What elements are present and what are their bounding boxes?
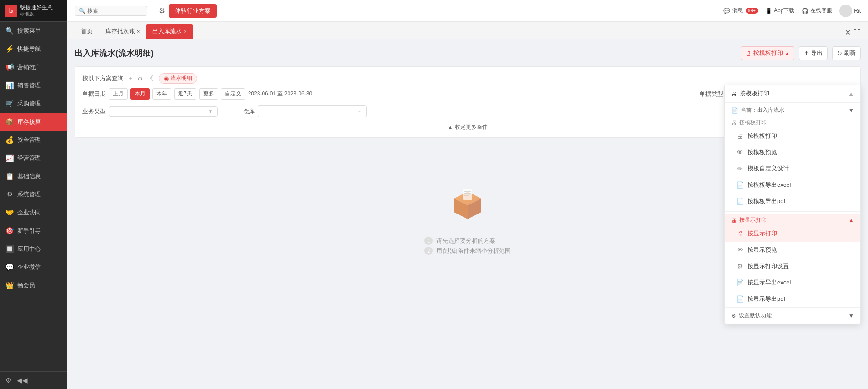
template-print-item[interactable]: 🖨 按模板打印 xyxy=(725,128,860,144)
warehouse-label: 仓库 xyxy=(243,107,255,115)
more-icon: ··· xyxy=(357,108,362,115)
design-icon: ✏ xyxy=(736,165,744,172)
biz-type-field: 业务类型 ▼ xyxy=(82,106,218,117)
app-name: 畅捷通好生意 xyxy=(20,4,53,11)
filter-add-icon[interactable]: ＋ xyxy=(127,75,134,83)
grid-icon: 🔲 xyxy=(5,245,14,253)
topbar-settings-icon[interactable]: ⚙ xyxy=(159,6,165,15)
sidebar-item-basic-info[interactable]: 📋 基础信息 xyxy=(0,167,67,185)
date-custom[interactable]: 自定义 xyxy=(221,88,245,100)
trial-btn[interactable]: 体验行业方案 xyxy=(169,4,217,18)
sidebar-item-wecom[interactable]: 💬 企业微信 xyxy=(0,258,67,276)
tab-close-inout-flow[interactable]: × xyxy=(184,29,186,34)
app-download-item[interactable]: 📱 App下载 xyxy=(765,7,794,15)
sidebar-item-collab[interactable]: 🤝 企业协同 xyxy=(0,204,67,222)
page-header: 出入库流水(流水明细) 🖨 按模板打印 ▲ ⬆ 导出 ↻ 刷新 xyxy=(75,46,861,60)
print-template-btn[interactable]: 🖨 按模板打印 ▲ xyxy=(741,46,794,60)
page-title: 出入库流水(流水明细) xyxy=(75,48,154,59)
display-export-excel-item[interactable]: 📄 按显示导出excel xyxy=(725,274,860,291)
sidebar-item-purchase[interactable]: 🛒 采购管理 xyxy=(0,95,67,113)
date-last-month[interactable]: 上月 xyxy=(109,88,128,100)
biz-type-dropdown[interactable]: ▼ xyxy=(109,106,218,117)
chevron-up-icon-2: ▲ xyxy=(448,124,453,130)
headset-icon: 🎧 xyxy=(802,8,808,14)
date-filter-buttons: 上月 本月 本年 近7天 更多 自定义 xyxy=(109,88,245,100)
doc-type-label: 单据类型 xyxy=(699,90,723,98)
warehouse-dropdown[interactable]: ··· xyxy=(258,105,367,117)
settings-bottom-icon[interactable]: ⚙ xyxy=(5,376,11,384)
avatar xyxy=(839,5,852,17)
close-tab-icon[interactable]: ✕ xyxy=(845,28,851,37)
tab-inventory-batch[interactable]: 库存批次账 × xyxy=(99,24,146,39)
date-this-month[interactable]: 本月 xyxy=(130,88,150,100)
sidebar: b 畅捷通好生意 标准版 🔍 搜索菜单 ⚡ 快捷导航 📢 营销推广 📊 销售管理… xyxy=(0,0,67,389)
sidebar-item-search[interactable]: 🔍 搜索菜单 xyxy=(0,22,67,40)
filter-settings-icon[interactable]: ⚙ xyxy=(137,75,143,82)
dropdown-header-chevron[interactable]: ▲ xyxy=(848,90,854,97)
empty-steps: 1 请先选择要分析的方案 2 用[过滤]条件来缩小分析范围 xyxy=(424,235,510,257)
sidebar-item-marketing[interactable]: 📢 营销推广 xyxy=(0,58,67,76)
flash-icon: ⚡ xyxy=(5,45,14,53)
sidebar-item-finance[interactable]: 💰 资金管理 xyxy=(0,131,67,149)
filter-collapse-icon[interactable]: 《 xyxy=(147,75,153,83)
date-more[interactable]: 更多 xyxy=(199,88,218,100)
megaphone-icon: 📢 xyxy=(5,63,14,71)
template-chevron-icon[interactable]: ▼ xyxy=(848,107,854,114)
tab-home[interactable]: 首页 xyxy=(75,24,99,39)
display-excel-icon: 📄 xyxy=(736,279,744,286)
sidebar-item-operation[interactable]: 📈 经营管理 xyxy=(0,149,67,167)
sidebar-item-app-center[interactable]: 🔲 应用中心 xyxy=(0,240,67,258)
excel-icon: 📄 xyxy=(736,181,744,189)
search-input[interactable] xyxy=(87,8,143,14)
empty-icon xyxy=(445,180,490,226)
expand-tab-icon[interactable]: ⛶ xyxy=(853,29,861,37)
message-item[interactable]: 💬 消息 99+ xyxy=(723,7,758,15)
dropdown-footer[interactable]: ⚙ 设置默认功能 ▼ xyxy=(725,307,860,324)
date-last-7[interactable]: 近7天 xyxy=(174,88,196,100)
user-profile[interactable]: Rit xyxy=(839,5,861,17)
printer-icon: 🖨 xyxy=(746,50,752,57)
online-service-item[interactable]: 🎧 在线客服 xyxy=(802,7,832,15)
display-print-icon: 🖨 xyxy=(736,230,744,237)
section-template-label: 🖨 按模板打印 xyxy=(725,116,860,128)
sidebar-item-sales[interactable]: 📊 销售管理 xyxy=(0,76,67,95)
current-template: 📄 当前：出入库流水 ▼ xyxy=(725,103,860,116)
topbar-divider xyxy=(153,6,153,15)
step-num-1: 1 xyxy=(424,237,433,245)
template-custom-item[interactable]: ✏ 模板自定义设计 xyxy=(725,160,860,177)
date-this-year[interactable]: 本年 xyxy=(152,88,171,100)
section-display-chevron[interactable]: ▲ xyxy=(848,217,854,224)
template-indicator-icon: 📄 xyxy=(731,107,738,114)
export-btn[interactable]: ⬆ 导出 xyxy=(799,46,828,60)
empty-step-2: 2 用[过滤]条件来缩小分析范围 xyxy=(424,247,510,255)
display-export-pdf-item[interactable]: 📄 按显示导出pdf xyxy=(725,291,860,307)
clipboard-icon: 📋 xyxy=(5,172,14,180)
tab-inout-flow[interactable]: 出入库流水 × xyxy=(146,24,193,39)
target-icon: 🎯 xyxy=(5,227,14,235)
display-print-settings-item[interactable]: ⚙ 按显示打印设置 xyxy=(725,258,860,274)
display-preview-item[interactable]: 👁 按显示预览 xyxy=(725,242,860,258)
dropdown-divider xyxy=(725,211,860,212)
refresh-btn[interactable]: ↻ 刷新 xyxy=(832,46,861,60)
topbar-search-box[interactable]: 🔍 xyxy=(75,6,147,16)
tab-close-inventory-batch[interactable]: × xyxy=(137,29,140,34)
print-icon: 🖨 xyxy=(736,132,744,140)
money-icon: 💰 xyxy=(5,136,14,144)
box-icon: 📦 xyxy=(5,118,14,126)
template-export-excel-item[interactable]: 📄 按模板导出excel xyxy=(725,177,860,193)
section-template-icon: 🖨 xyxy=(731,120,737,126)
sidebar-item-sys-mgmt[interactable]: ⚙ 系统管理 xyxy=(0,185,67,204)
display-settings-icon: ⚙ xyxy=(736,263,744,270)
template-export-pdf-item[interactable]: 📄 按模板导出pdf xyxy=(725,193,860,209)
sidebar-item-quick-nav[interactable]: ⚡ 快捷导航 xyxy=(0,40,67,58)
collapse-sidebar-icon[interactable]: ◀◀ xyxy=(17,376,28,384)
sidebar-item-member[interactable]: 👑 畅会员 xyxy=(0,276,67,294)
section-display-icon: 🖨 xyxy=(731,217,737,224)
sidebar-item-guide[interactable]: 🎯 新手引导 xyxy=(0,222,67,240)
display-print-item[interactable]: 🖨 按显示打印 xyxy=(725,225,860,242)
filter-tag-icon: ◉ xyxy=(164,75,169,82)
biz-type-label: 业务类型 xyxy=(82,107,106,115)
step-num-2: 2 xyxy=(424,247,433,255)
template-preview-item[interactable]: 👁 按模板预览 xyxy=(725,144,860,160)
sidebar-item-inventory[interactable]: 📦 库存核算 xyxy=(0,113,67,131)
